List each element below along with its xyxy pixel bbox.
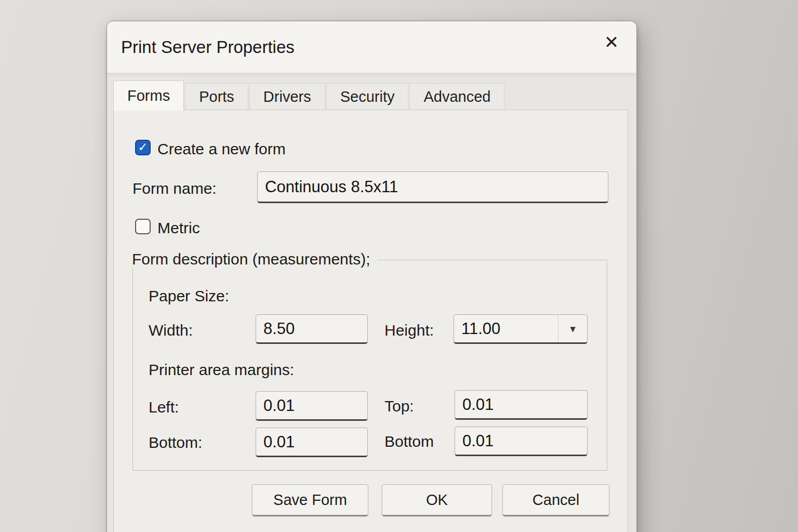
height-input[interactable] (454, 315, 558, 342)
ok-button[interactable]: OK (382, 484, 492, 516)
top-margin-input[interactable] (455, 390, 588, 420)
tab-security[interactable]: Security (326, 83, 409, 110)
metric-label[interactable]: Metric (157, 219, 200, 237)
save-form-button[interactable]: Save Form (252, 484, 368, 516)
width-label: Width: (149, 322, 193, 339)
height-label: Height: (384, 322, 434, 339)
printer-margins-label: Printer area margins: (149, 361, 294, 379)
form-name-label: Form name: (132, 180, 217, 197)
form-description-legend: Form description (measurements); (132, 250, 377, 268)
check-icon: ✓ (138, 141, 148, 153)
cancel-button[interactable]: Cancel (502, 484, 609, 516)
tab-forms[interactable]: Forms (113, 81, 184, 111)
paper-size-label: Paper Size: (149, 287, 229, 305)
chevron-down-icon: ▾ (570, 323, 576, 335)
left-margin-input[interactable] (256, 391, 368, 421)
forms-tab-panel: ✓ Create a new form Form name: Metric Fo… (113, 110, 628, 532)
close-icon: ✕ (604, 32, 619, 52)
bottom-right-margin-input[interactable] (455, 427, 588, 456)
tab-strip: Forms Ports Drivers Security Advanced (113, 80, 627, 110)
close-button[interactable]: ✕ (598, 29, 625, 56)
tab-ports[interactable]: Ports (185, 83, 248, 110)
width-input[interactable] (256, 314, 368, 344)
left-margin-label: Left: (149, 398, 179, 416)
tab-advanced[interactable]: Advanced (409, 83, 504, 110)
form-name-input[interactable] (257, 171, 608, 203)
create-form-checkbox[interactable]: ✓ (135, 140, 151, 155)
bottom-left-margin-label: Bottom: (149, 434, 202, 451)
print-server-properties-dialog: Print Server Properties ✕ Forms Ports Dr… (107, 21, 637, 532)
bottom-left-margin-input[interactable] (256, 428, 368, 457)
height-dropdown-button[interactable]: ▾ (558, 315, 587, 342)
top-margin-label: Top: (384, 397, 414, 415)
form-description-groupbox: Form description (measurements); Paper S… (132, 260, 607, 471)
dialog-title: Print Server Properties (121, 37, 295, 57)
height-combobox[interactable]: ▾ (454, 314, 588, 344)
dialog-titlebar[interactable]: Print Server Properties ✕ (107, 21, 636, 73)
metric-checkbox[interactable] (135, 219, 151, 234)
tab-drivers[interactable]: Drivers (249, 83, 325, 110)
create-form-label[interactable]: Create a new form (157, 140, 286, 158)
bottom-right-margin-label: Bottom (384, 433, 434, 450)
